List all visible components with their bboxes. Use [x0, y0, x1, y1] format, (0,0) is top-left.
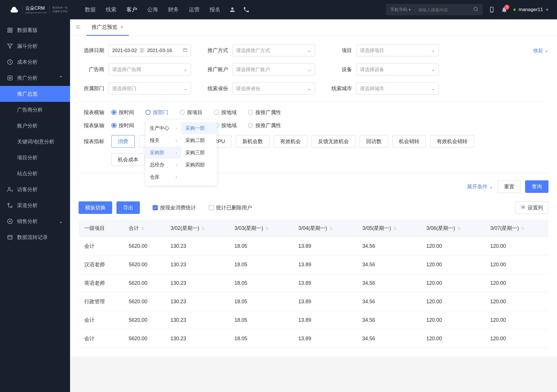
sidebar-item[interactable]: 成本分析: [0, 54, 70, 70]
radio-option[interactable]: 按推广属性: [248, 109, 281, 116]
sidebar-item[interactable]: 漏斗分析: [0, 38, 70, 54]
sidebar-item[interactable]: 销售分析⌄: [0, 213, 70, 229]
notification-bell[interactable]: 5: [501, 6, 508, 13]
sidebar-item[interactable]: 站点分析: [0, 166, 70, 181]
radio-option[interactable]: 按推广属性: [248, 122, 281, 129]
sidebar-item[interactable]: 广告商分析: [0, 102, 70, 118]
search-input[interactable]: [418, 7, 473, 12]
cascade-item[interactable]: 采购四部: [181, 159, 217, 171]
cascade-item[interactable]: 生产中心›: [146, 122, 181, 134]
radio-option[interactable]: 按地域: [214, 109, 237, 116]
reset-button[interactable]: 重置: [497, 180, 521, 193]
metric-button[interactable]: 有效机会销转: [430, 135, 474, 148]
sidebar-item[interactable]: 推广分析⌃: [0, 70, 70, 86]
table-header-cell[interactable]: 3/03(星期一) ⇅: [229, 220, 293, 237]
radio-option[interactable]: 按地域: [214, 122, 237, 129]
configure-columns-button[interactable]: 设置列: [515, 201, 548, 214]
svg-marker-7: [8, 44, 13, 48]
metric-button[interactable]: 新机会数: [236, 135, 269, 148]
phone-icon[interactable]: [243, 6, 250, 13]
table-cell: 120.00: [421, 329, 485, 348]
sidebar-item-label: 账户分析: [17, 122, 38, 129]
nav-item[interactable]: 数据: [85, 6, 96, 13]
search-type-select[interactable]: 手机号码 ▾: [390, 7, 415, 13]
sidebar-item[interactable]: 数据流转记录: [0, 229, 70, 245]
nav-item[interactable]: 客户: [126, 6, 137, 13]
cascade-item[interactable]: 采购二部: [181, 134, 217, 147]
sidebar-item[interactable]: 渠道分析: [0, 197, 70, 213]
date-range-input[interactable]: 2021-03-02 至 2021-03-16: [108, 44, 191, 56]
filter-advertiser-label: 广告商: [79, 66, 104, 73]
deleted-stat-checkbox[interactable]: 统计已删除用户: [209, 204, 252, 211]
sidebar-item[interactable]: 关键词/创意分析: [0, 134, 70, 150]
nav-item[interactable]: 公海: [147, 6, 158, 13]
user-icon[interactable]: [229, 6, 236, 13]
nav-item[interactable]: 财务: [168, 6, 179, 13]
nav-item[interactable]: 运营: [189, 6, 200, 13]
table-header-cell[interactable]: 一级项目: [79, 220, 123, 237]
search-icon[interactable]: [473, 7, 478, 13]
cascade-item[interactable]: 采购三部: [181, 147, 217, 159]
device-icon[interactable]: [488, 6, 495, 13]
expand-conditions-button[interactable]: 展开条件 ⌄: [467, 183, 493, 190]
nav-item[interactable]: 线索: [106, 6, 116, 13]
filter-account-label: 推广账户: [202, 66, 228, 73]
sidebar-item[interactable]: 账户分析: [0, 118, 70, 134]
cascade-item[interactable]: 采购一部: [181, 122, 217, 134]
province-select[interactable]: 请选择省份 ⌄: [232, 82, 315, 94]
table-cell: 34.56: [357, 292, 421, 311]
export-button[interactable]: 导出: [116, 201, 140, 214]
chevron-down-icon: ⌄: [489, 183, 493, 190]
radio-option[interactable]: 按时间: [111, 122, 134, 129]
metric-button[interactable]: 回访数: [360, 135, 388, 148]
advertiser-select[interactable]: 请选择广告商 ⌄: [108, 63, 191, 75]
table-header-cell[interactable]: 合计 ⇅: [123, 220, 165, 237]
table-header-cell[interactable]: 3/02(星期一) ⇅: [165, 220, 229, 237]
metric-button[interactable]: 有效机会: [274, 135, 307, 148]
table-header-cell[interactable]: 3/05(星期一) ⇅: [357, 220, 421, 237]
table-cell: 汉语老师: [79, 255, 123, 274]
sidebar-item[interactable]: 数据看版: [0, 22, 70, 38]
nav-item[interactable]: 报名: [210, 6, 220, 13]
account-select[interactable]: 请选择推广账户 ⌄: [232, 63, 315, 75]
sidebar-item-label: 关键词/创意分析: [17, 138, 54, 145]
table-header-cell[interactable]: 3/07(星期一) ⇅: [484, 220, 548, 237]
menu-toggle-icon[interactable]: [76, 24, 81, 31]
sidebar-item-label: 项目分析: [17, 154, 38, 161]
radio-option[interactable]: 按部门: [146, 109, 168, 116]
project-select[interactable]: 请选择项目 ⌄: [356, 44, 439, 56]
table-cell: 34.56: [357, 237, 421, 255]
logo[interactable]: 云朵CRM www.yunduocrm.com 教育机构一站 式服务云平台: [9, 4, 68, 15]
user-menu[interactable]: manager11 ▾: [513, 7, 548, 13]
city-select[interactable]: 请选择城市 ⌄: [356, 82, 439, 94]
query-button[interactable]: 查询: [525, 180, 548, 193]
cascade-item[interactable]: 总经办›: [146, 159, 181, 171]
sidebar-item[interactable]: 项目分析: [0, 150, 70, 166]
radio-option[interactable]: 按项目: [180, 109, 202, 116]
collapse-button[interactable]: 收起 ⌄: [533, 47, 548, 54]
close-icon[interactable]: ✕: [120, 25, 124, 29]
cascade-item[interactable]: 仓库›: [146, 171, 181, 183]
metric-button[interactable]: 机会成本: [111, 153, 145, 166]
table-header-cell[interactable]: 3/06(星期一) ⇅: [421, 220, 485, 237]
tab-promo-overview[interactable]: 推广总预览 ✕: [87, 19, 129, 36]
metric-button[interactable]: 消费: [111, 135, 135, 148]
device-select[interactable]: 请选择设备 ⌄: [356, 63, 439, 75]
metric-button[interactable]: 机会销转: [392, 135, 426, 148]
filter-province-label: 线索省份: [202, 85, 228, 92]
sidebar-item[interactable]: 推广总览: [0, 86, 70, 102]
dept-select[interactable]: 请选择部门 ⌄: [108, 82, 191, 94]
toggle-axis-button[interactable]: 横纵切换: [79, 201, 112, 214]
sidebar-item[interactable]: 访客分析: [0, 181, 70, 197]
method-select[interactable]: 请选择推广方式 ⌄: [232, 44, 315, 56]
cascade-item[interactable]: 采购部›: [146, 147, 181, 159]
cash-stat-checkbox[interactable]: 按现金消费统计: [153, 204, 196, 211]
search-box[interactable]: 手机号码 ▾: [386, 4, 483, 15]
table-cell: 5620.00: [123, 274, 165, 292]
cascade-item[interactable]: 报关›: [146, 134, 181, 147]
table-cell: 会计: [79, 329, 123, 348]
metric-button[interactable]: 反馈无效机会: [312, 135, 355, 148]
table-header-cell[interactable]: 3/04(星期一) ⇅: [293, 220, 357, 237]
radio-option[interactable]: 按时间: [111, 109, 134, 116]
sales-icon: [7, 218, 13, 224]
